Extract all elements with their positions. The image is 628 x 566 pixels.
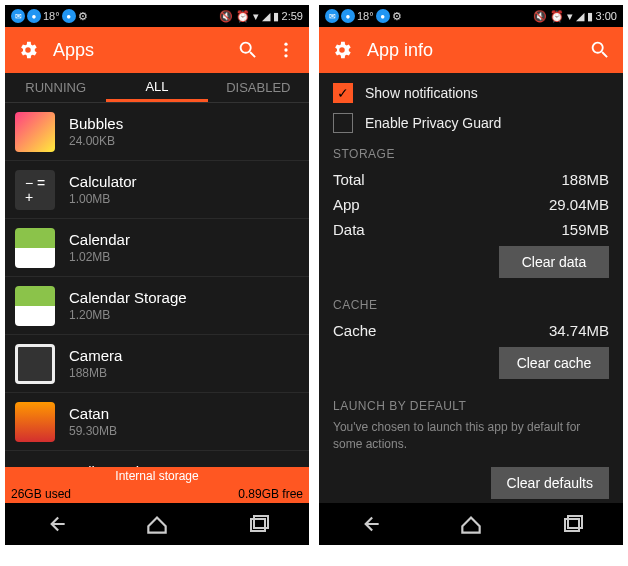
storage-bar: Internal storage 26GB used 0.89GB free (5, 467, 309, 503)
app-icon (15, 286, 55, 326)
clock: 2:59 (282, 10, 303, 22)
app-size: 1.02MB (69, 250, 130, 264)
clear-cache-button[interactable]: Clear cache (499, 347, 609, 379)
app-row[interactable]: Catan59.30MB (5, 393, 309, 451)
signal-icon: ◢ (576, 10, 584, 23)
settings-icon[interactable] (17, 39, 39, 61)
status-bar: ✉ ● 18° ● ⚙ 🔇 ⏰ ▾ ◢ ▮ 3:00 (319, 5, 623, 27)
app-icon: 📢 (15, 460, 55, 468)
data-value: 159MB (561, 221, 609, 238)
notif-icon: ● (62, 9, 76, 23)
battery-icon: ▮ (273, 10, 279, 23)
notif-icon: ● (376, 9, 390, 23)
app-list[interactable]: Bubbles24.00KB− =+Calculator1.00MBCalend… (5, 103, 309, 467)
svg-point-1 (284, 48, 287, 51)
temperature-indicator: 18° (43, 10, 60, 22)
app-icon (15, 112, 55, 152)
wifi-icon: ▾ (567, 10, 573, 23)
app-size: 188MB (69, 366, 122, 380)
app-icon (15, 402, 55, 442)
cache-label: Cache (333, 322, 376, 339)
clear-defaults-button[interactable]: Clear defaults (491, 467, 609, 499)
app-icon (15, 228, 55, 268)
app-name: Bubbles (69, 115, 123, 132)
notif-icon: ✉ (325, 9, 339, 23)
storage-header: STORAGE (333, 147, 609, 161)
app-row[interactable]: Calendar1.02MB (5, 219, 309, 277)
settings-icon[interactable] (331, 39, 353, 61)
search-icon[interactable] (237, 39, 259, 61)
app-info-content: ✓ Show notifications Enable Privacy Guar… (319, 73, 623, 503)
wifi-icon: ▾ (253, 10, 259, 23)
action-bar: Apps (5, 27, 309, 73)
alarm-icon: ⏰ (236, 10, 250, 23)
app-row[interactable]: Calendar Storage1.20MB (5, 277, 309, 335)
app-size: 1.20MB (69, 308, 187, 322)
app-name: Catan (69, 405, 117, 422)
app-size: 59.30MB (69, 424, 117, 438)
nav-bar (319, 503, 623, 545)
total-label: Total (333, 171, 365, 188)
app-icon (15, 344, 55, 384)
total-value: 188MB (561, 171, 609, 188)
app-info-screen: ✉ ● 18° ● ⚙ 🔇 ⏰ ▾ ◢ ▮ 3:00 App info ✓ Sh… (319, 5, 623, 545)
clock: 3:00 (596, 10, 617, 22)
notif-icon: ● (341, 9, 355, 23)
battery-icon: ▮ (587, 10, 593, 23)
tab-all[interactable]: ALL (106, 73, 207, 102)
privacy-guard-label: Enable Privacy Guard (365, 115, 501, 131)
signal-icon: ◢ (262, 10, 270, 23)
launch-desc: You've chosen to launch this app by defa… (333, 419, 609, 453)
alarm-icon: ⏰ (550, 10, 564, 23)
app-size: 24.00KB (69, 134, 123, 148)
gear-icon: ⚙ (78, 10, 88, 23)
storage-used: 26GB used (11, 487, 71, 501)
notif-icon: ● (27, 9, 41, 23)
cache-value: 34.74MB (549, 322, 609, 339)
recent-icon[interactable] (244, 510, 272, 538)
home-icon[interactable] (143, 510, 171, 538)
gear-icon: ⚙ (392, 10, 402, 23)
data-label: Data (333, 221, 365, 238)
launch-header: LAUNCH BY DEFAULT (333, 399, 609, 413)
checkbox-unchecked-icon[interactable] (333, 113, 353, 133)
show-notifications-label: Show notifications (365, 85, 478, 101)
temperature-indicator: 18° (357, 10, 374, 22)
storage-label: Internal storage (5, 467, 309, 483)
page-title: App info (367, 40, 589, 61)
app-icon: − =+ (15, 170, 55, 210)
app-value: 29.04MB (549, 196, 609, 213)
notif-icon: ✉ (11, 9, 25, 23)
svg-point-2 (284, 54, 287, 57)
back-icon[interactable] (356, 510, 384, 538)
overflow-icon[interactable] (275, 39, 297, 61)
app-label: App (333, 196, 360, 213)
home-icon[interactable] (457, 510, 485, 538)
app-row[interactable]: 📢Cell Broadcasts104KB (5, 451, 309, 467)
app-name: Calculator (69, 173, 137, 190)
app-name: Calendar Storage (69, 289, 187, 306)
cache-header: CACHE (333, 298, 609, 312)
recent-icon[interactable] (558, 510, 586, 538)
mute-icon: 🔇 (219, 10, 233, 23)
app-name: Calendar (69, 231, 130, 248)
tabs: RUNNING ALL DISABLED (5, 73, 309, 103)
tab-running[interactable]: RUNNING (5, 73, 106, 102)
status-bar: ✉ ● 18° ● ⚙ 🔇 ⏰ ▾ ◢ ▮ 2:59 (5, 5, 309, 27)
clear-data-button[interactable]: Clear data (499, 246, 609, 278)
apps-screen: ✉ ● 18° ● ⚙ 🔇 ⏰ ▾ ◢ ▮ 2:59 Apps RUNNING … (5, 5, 309, 545)
search-icon[interactable] (589, 39, 611, 61)
app-row[interactable]: Bubbles24.00KB (5, 103, 309, 161)
nav-bar (5, 503, 309, 545)
action-bar: App info (319, 27, 623, 73)
app-row[interactable]: Camera188MB (5, 335, 309, 393)
back-icon[interactable] (42, 510, 70, 538)
app-name: Camera (69, 347, 122, 364)
show-notifications-row[interactable]: ✓ Show notifications (333, 83, 609, 103)
tab-disabled[interactable]: DISABLED (208, 73, 309, 102)
app-row[interactable]: − =+Calculator1.00MB (5, 161, 309, 219)
page-title: Apps (53, 40, 237, 61)
privacy-guard-row[interactable]: Enable Privacy Guard (333, 113, 609, 133)
checkbox-checked-icon[interactable]: ✓ (333, 83, 353, 103)
svg-point-0 (284, 43, 287, 46)
